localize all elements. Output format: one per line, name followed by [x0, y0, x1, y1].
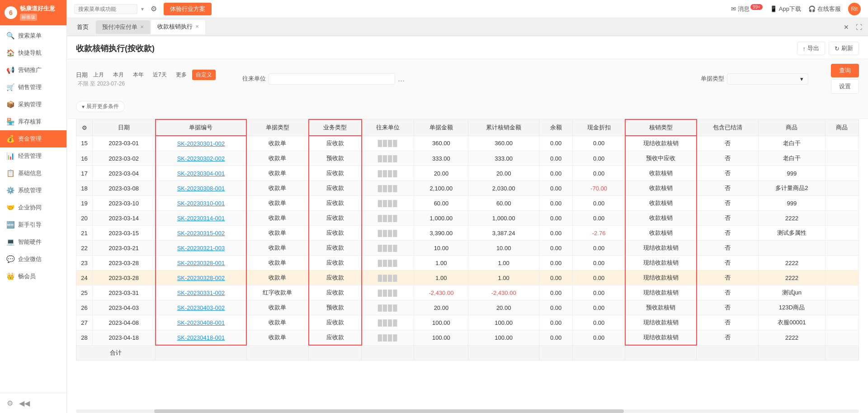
- row-goods: 999: [759, 166, 825, 181]
- row-date: 2023-03-28: [93, 271, 156, 285]
- col-include-settled[interactable]: 包含已结清: [697, 119, 759, 136]
- row-bill-no[interactable]: SK-20230403-002: [156, 300, 247, 315]
- tab-expand-icon[interactable]: ⛶: [854, 22, 864, 33]
- tab-prepayment-close[interactable]: ✕: [140, 24, 144, 29]
- scroll-thumb[interactable]: [154, 409, 624, 413]
- row-bill-no[interactable]: SK-20230328-002: [156, 271, 247, 285]
- sidebar-item-system[interactable]: ⚙️ 系统管理: [0, 182, 66, 199]
- sidebar-item-quicknav[interactable]: 🏠 快捷导航: [0, 44, 66, 62]
- sidebar-item-sales[interactable]: 🛒 销售管理: [0, 79, 66, 96]
- date-btn-custom[interactable]: 自定义: [192, 70, 216, 80]
- col-biz-type[interactable]: 业务类型: [309, 119, 362, 136]
- col-cum-amount[interactable]: 累计核销金额: [468, 119, 539, 136]
- date-btn-more[interactable]: 更多: [172, 70, 190, 80]
- row-bill-no[interactable]: SK-20230301-002: [156, 136, 247, 151]
- sidebar-item-finance[interactable]: 💰 资金管理: [0, 130, 66, 147]
- table-row[interactable]: 262023-04-03SK-20230403-002收款单预收款████20.…: [76, 300, 859, 315]
- export-button[interactable]: ↑ 导出: [797, 42, 826, 55]
- scroll-track[interactable]: [76, 409, 859, 413]
- sidebar-item-base[interactable]: 📋 基础信息: [0, 165, 66, 182]
- date-btn-last-month[interactable]: 上月: [90, 70, 108, 80]
- table-row[interactable]: 182023-03-08SK-20230308-001收款单应收款████2,1…: [76, 181, 859, 196]
- table-row[interactable]: 202023-03-14SK-20230314-001收款单应收款████1,0…: [76, 211, 859, 226]
- table-row[interactable]: 162023-03-02SK-20230302-002收款单预收款████333…: [76, 151, 859, 166]
- date-btn-this-year[interactable]: 本年: [129, 70, 147, 80]
- col-goods[interactable]: 商品: [759, 119, 825, 136]
- row-no: 16: [76, 151, 93, 166]
- refresh-button[interactable]: ↻ 刷新: [829, 42, 859, 55]
- online-service-item[interactable]: 🎧 在线客服: [808, 5, 841, 13]
- col-write-off-type[interactable]: 核销类型: [625, 119, 697, 136]
- row-bill-no[interactable]: SK-20230418-001: [156, 330, 247, 346]
- sidebar-item-enterprise[interactable]: 🤝 企业协同: [0, 199, 66, 216]
- row-bill-no[interactable]: SK-20230308-001: [156, 181, 247, 196]
- row-bill-no[interactable]: SK-20230310-001: [156, 196, 247, 211]
- collapse-icon[interactable]: ◀◀: [19, 398, 30, 408]
- topbar-dropdown-arrow[interactable]: ▾: [141, 6, 144, 12]
- filter-settings-button[interactable]: 设置: [831, 79, 859, 94]
- sidebar-item-marketing[interactable]: 📢 营销推广: [0, 62, 66, 79]
- topbar-search-input[interactable]: [74, 4, 137, 14]
- col-settings[interactable]: ⚙: [76, 119, 93, 136]
- table-row[interactable]: 232023-03-28SK-20230328-001收款单应收款████1.0…: [76, 256, 859, 271]
- col-date[interactable]: 日期: [93, 119, 156, 136]
- tab-collection-close[interactable]: ✕: [195, 24, 199, 29]
- settings-bottom-icon[interactable]: ⚙: [5, 398, 15, 408]
- table-row[interactable]: 172023-03-04SK-20230304-001收款单应收款████20.…: [76, 166, 859, 181]
- table-row[interactable]: 222023-03-21SK-20230321-003收款单应收款████10.…: [76, 241, 859, 256]
- tab-home[interactable]: 首页: [71, 20, 95, 34]
- message-item[interactable]: ✉ 消息 99+: [731, 5, 763, 13]
- row-write-off-type: 现结收款核销: [625, 285, 697, 300]
- table-row[interactable]: 252023-03-31SK-20230331-002红字收款单应收款████-…: [76, 285, 859, 300]
- sidebar-item-guide[interactable]: 🆕 新手引导: [0, 216, 66, 233]
- tab-close-icon[interactable]: ✕: [841, 22, 852, 33]
- row-bill-no[interactable]: SK-20230304-001: [156, 166, 247, 181]
- query-button[interactable]: 查询: [831, 64, 859, 77]
- bill-type-select[interactable]: ▾: [727, 73, 808, 85]
- date-btn-7days[interactable]: 近7天: [149, 70, 170, 80]
- date-btn-this-month[interactable]: 本月: [109, 70, 127, 80]
- row-goods2: [825, 300, 859, 315]
- row-bill-no[interactable]: SK-20230408-001: [156, 315, 247, 330]
- row-bill-no[interactable]: SK-20230331-002: [156, 285, 247, 300]
- logo-icon: 6: [5, 6, 17, 19]
- row-biz-type: 应收款: [309, 196, 362, 211]
- footer-write-off-type: [625, 345, 697, 360]
- sidebar-item-purchase[interactable]: 📦 采购管理: [0, 96, 66, 113]
- table-row[interactable]: 242023-03-28SK-20230328-002收款单应收款████1.0…: [76, 271, 859, 285]
- table-row[interactable]: 212023-03-15SK-20230315-002收款单应收款████3,3…: [76, 226, 859, 241]
- row-bill-no[interactable]: SK-20230315-002: [156, 226, 247, 241]
- expand-conditions-button[interactable]: ▾ 展开更多条件: [76, 101, 125, 112]
- sidebar-item-hardware[interactable]: 💻 智能硬件: [0, 233, 66, 251]
- sidebar-item-inventory[interactable]: 🏪 库存核算: [0, 113, 66, 130]
- col-amount[interactable]: 单据金额: [414, 119, 468, 136]
- solution-button[interactable]: 体验行业方案: [164, 3, 212, 15]
- app-download-item[interactable]: 📱 App下载: [770, 5, 801, 13]
- sidebar-item-search[interactable]: 🔍 搜索菜单: [0, 27, 66, 44]
- tab-prepayment[interactable]: 预付冲应付单 ✕: [96, 20, 150, 34]
- col-balance[interactable]: 余额: [539, 119, 572, 136]
- col-bill-no[interactable]: 单据编号: [156, 119, 247, 136]
- col-partner[interactable]: 往来单位: [362, 119, 414, 136]
- row-bill-no[interactable]: SK-20230302-002: [156, 151, 247, 166]
- sidebar-item-wechat[interactable]: 💬 企业微信: [0, 251, 66, 268]
- partner-input[interactable]: [269, 73, 395, 85]
- row-bill-no[interactable]: SK-20230321-003: [156, 241, 247, 256]
- table-row[interactable]: 282023-04-18SK-20230418-001收款单应收款████100…: [76, 330, 859, 346]
- col-goods2[interactable]: 商品: [825, 119, 859, 136]
- table-row[interactable]: 192023-03-10SK-20230310-001收款单应收款████60.…: [76, 196, 859, 211]
- col-cash-discount[interactable]: 现金折扣: [573, 119, 625, 136]
- table-row[interactable]: 272023-04-08SK-20230408-001收款单应收款████100…: [76, 315, 859, 330]
- tab-collection[interactable]: 收款核销执行 ✕: [151, 20, 205, 34]
- row-biz-type: 预收款: [309, 300, 362, 315]
- filter-dots[interactable]: ...: [398, 74, 405, 84]
- user-avatar[interactable]: Rit: [848, 3, 861, 15]
- row-bill-no[interactable]: SK-20230314-001: [156, 211, 247, 226]
- sidebar-item-operations[interactable]: 📊 经营管理: [0, 147, 66, 165]
- topbar-gear-icon[interactable]: ⚙: [147, 3, 160, 15]
- sidebar-item-member[interactable]: 👑 畅会员: [0, 268, 66, 285]
- row-bill-no[interactable]: SK-20230328-001: [156, 256, 247, 271]
- table-container[interactable]: ⚙ 日期 单据编号 单据类型 业务类型 往来单位 单据金额 累计核销金额 余额 …: [67, 119, 868, 409]
- col-bill-type[interactable]: 单据类型: [246, 119, 309, 136]
- table-row[interactable]: 152023-03-01SK-20230301-002收款单应收款████360…: [76, 136, 859, 151]
